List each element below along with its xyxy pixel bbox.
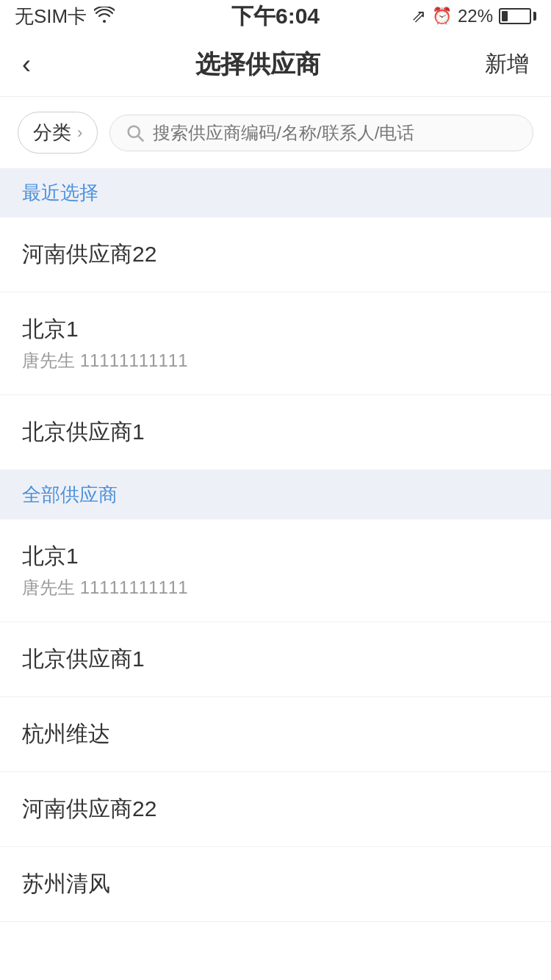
location-icon: ⇗: [411, 6, 426, 26]
item-sub: 唐先生 11111111111: [22, 576, 529, 599]
alarm-icon: ⏰: [432, 7, 452, 26]
status-left: 无SIM卡: [15, 4, 115, 29]
list-item[interactable]: 杭州维达: [0, 697, 551, 772]
list-item[interactable]: 苏州清风: [0, 847, 551, 922]
item-name: 北京1: [22, 314, 529, 345]
list-item[interactable]: 北京供应商1: [0, 622, 551, 697]
item-sub: 唐先生 11111111111: [22, 349, 529, 372]
battery-percent: 22%: [458, 6, 493, 26]
list-item[interactable]: 北京1 唐先生 11111111111: [0, 292, 551, 395]
all-list: 北京1 唐先生 11111111111 北京供应商1 杭州维达 河南供应商22 …: [0, 519, 551, 922]
add-button[interactable]: 新增: [485, 49, 529, 79]
wifi-icon: [94, 5, 115, 28]
search-box[interactable]: [109, 115, 533, 151]
status-right: ⇗ ⏰ 22%: [411, 6, 536, 26]
status-bar: 无SIM卡 下午6:04 ⇗ ⏰ 22%: [0, 0, 551, 32]
list-item[interactable]: 河南供应商22: [0, 772, 551, 847]
item-name: 北京1: [22, 541, 529, 572]
category-filter-button[interactable]: 分类 ›: [18, 112, 98, 154]
page-title: 选择供应商: [195, 48, 320, 82]
item-name: 北京供应商1: [22, 644, 529, 674]
nav-bar: ‹ 选择供应商 新增: [0, 32, 551, 97]
all-section-header: 全部供应商: [0, 470, 551, 519]
chevron-right-icon: ›: [77, 123, 82, 143]
item-name: 北京供应商1: [22, 417, 529, 447]
item-name: 苏州清风: [22, 869, 529, 899]
search-input[interactable]: [153, 123, 518, 143]
list-item[interactable]: 河南供应商22: [0, 217, 551, 292]
list-item[interactable]: 北京供应商1: [0, 395, 551, 470]
item-name: 河南供应商22: [22, 239, 529, 270]
item-name: 河南供应商22: [22, 794, 529, 824]
status-time: 下午6:04: [231, 1, 320, 32]
svg-line-1: [138, 136, 143, 140]
carrier-label: 无SIM卡: [15, 4, 87, 29]
category-label: 分类: [33, 120, 71, 145]
search-icon: [125, 123, 145, 143]
filter-bar: 分类 ›: [0, 97, 551, 168]
list-item[interactable]: 北京1 唐先生 11111111111: [0, 519, 551, 622]
recent-list: 河南供应商22 北京1 唐先生 11111111111 北京供应商1: [0, 217, 551, 470]
battery-icon: [499, 8, 536, 24]
recent-section-header: 最近选择: [0, 168, 551, 217]
back-button[interactable]: ‹: [22, 49, 31, 80]
item-name: 杭州维达: [22, 719, 529, 749]
